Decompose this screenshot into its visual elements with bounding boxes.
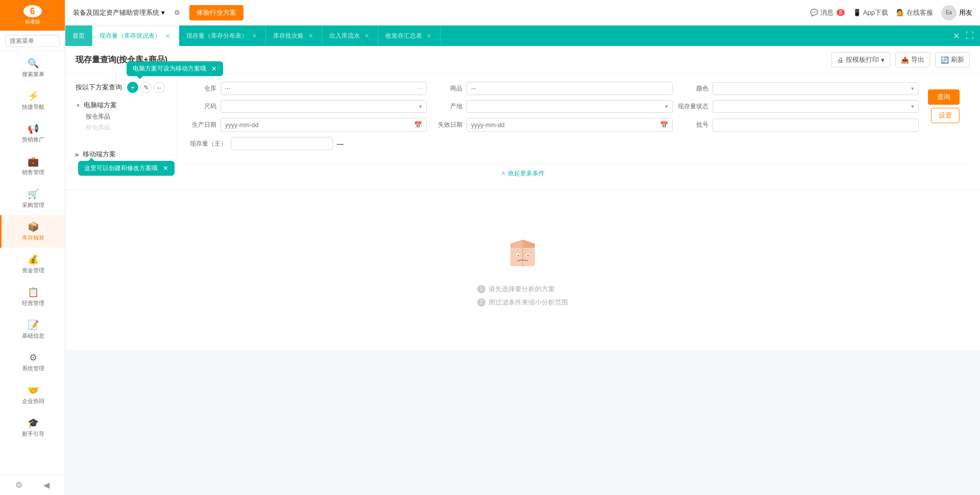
- add-scheme-btn[interactable]: +: [127, 82, 138, 93]
- empty-tips: 1 请先选择要分析的方案 2 用过滤条件来缩小分析范围: [477, 282, 568, 309]
- app-label: App下载: [863, 8, 888, 17]
- tab-inventory-status-close[interactable]: ✕: [164, 32, 172, 40]
- produce-date-calendar-icon[interactable]: 📅: [414, 121, 422, 129]
- filter-section: 按以下方案查询 + ✎ ← 电脑方案可设为移动方案哦 ✕: [65, 74, 980, 190]
- tooltip1-text: 电脑方案可设为移动方案哦: [133, 64, 206, 73]
- settings-icon[interactable]: ⚙: [15, 480, 22, 490]
- filter-label: 按以下方案查询: [76, 83, 122, 92]
- tab-collect-summary[interactable]: 收发存汇总表 ✕: [378, 26, 440, 46]
- search-input[interactable]: [5, 35, 60, 47]
- top-header-right: 💬 消息 8 📱 App下载 💁 在线客服 Ea 用友: [810, 5, 972, 20]
- stock-qty-separator: —: [337, 140, 344, 148]
- sidebar-item-sales[interactable]: 💼 销售管理: [0, 150, 65, 182]
- collapse-icon: ∧: [501, 170, 506, 177]
- tab-inventory-dist-close[interactable]: ✕: [251, 32, 258, 40]
- stock-status-select[interactable]: ▾: [713, 100, 919, 113]
- fullscreen-icon[interactable]: ⛶: [965, 30, 975, 41]
- sidebar-item-purchase[interactable]: 🛒 采购管理: [0, 182, 65, 215]
- sidebar-item-search[interactable]: 🔍 搜索菜单: [0, 52, 65, 84]
- back-scheme-btn[interactable]: ←: [154, 82, 165, 93]
- tab-inventory-status-label: 现存量（库存状况表）: [100, 32, 161, 40]
- blurred-scheme-label: 按仓库品: [86, 123, 110, 132]
- main-content: 装备及固定资产辅助管理系统 ▾ ⚙ 体验行业方案 💬 消息 8 📱 App下载 …: [65, 0, 980, 495]
- color-select[interactable]: ▾: [713, 82, 919, 95]
- tooltip1-close[interactable]: ✕: [211, 65, 217, 73]
- color-dropdown-icon: ▾: [911, 85, 914, 92]
- scheme-group-desktop: ▼ 电脑端方案 按仓库品 按仓库品: [76, 99, 171, 133]
- expire-date-field[interactable]: [471, 122, 658, 129]
- edit-scheme-btn[interactable]: ✎: [140, 82, 152, 93]
- origin-select[interactable]: ▾: [467, 100, 673, 113]
- tab-in-out-flow-close[interactable]: ✕: [363, 32, 371, 40]
- warehouse-select[interactable]: ··· ···: [220, 82, 427, 95]
- sidebar-item-guide[interactable]: 🎓 新手引导: [0, 411, 65, 444]
- empty-illustration: [497, 231, 548, 272]
- messages-action[interactable]: 💬 消息 8: [810, 8, 845, 17]
- sidebar-item-inventory[interactable]: 📦 库存核算: [0, 215, 65, 248]
- sidebar-item-finance[interactable]: 💰 资金管理: [0, 248, 65, 280]
- svg-point-7: [527, 255, 529, 256]
- tooltip2-close[interactable]: ✕: [163, 164, 168, 172]
- filter-top: 按以下方案查询 + ✎ ←: [76, 82, 171, 93]
- message-icon: 💬: [810, 9, 818, 16]
- empty-state: 1 请先选择要分析的方案 2 用过滤条件来缩小分析范围: [65, 191, 980, 350]
- expire-date-input[interactable]: 📅: [467, 118, 673, 132]
- tab-home[interactable]: 首页: [65, 26, 92, 46]
- sidebar-item-system[interactable]: ⚙ 系统管理: [0, 346, 65, 379]
- goods-select[interactable]: ···: [467, 82, 673, 95]
- user-avatar-btn[interactable]: Ea 用友: [941, 5, 972, 20]
- system-title-dropdown[interactable]: 装备及固定资产辅助管理系统 ▾: [73, 8, 165, 17]
- app-download-action[interactable]: 📱 App下载: [853, 8, 888, 17]
- close-all-tabs-icon[interactable]: ✕: [952, 30, 961, 42]
- sidebar-item-basic-info[interactable]: 📝 基础信息: [0, 313, 65, 346]
- print-label: 按模板打印: [846, 55, 879, 64]
- tab-inventory-status[interactable]: 现存量（库存状况表） ✕: [92, 26, 179, 46]
- produce-date-field[interactable]: [225, 122, 412, 129]
- sidebar-logo: 6 标准版: [0, 0, 65, 31]
- size-select[interactable]: ▾: [220, 100, 427, 113]
- tab-collect-summary-close[interactable]: ✕: [425, 32, 433, 40]
- sidebar-item-quick-nav[interactable]: ⚡ 快捷导航: [0, 84, 65, 117]
- print-dropdown-icon: ▾: [881, 56, 885, 64]
- sidebar-item-marketing[interactable]: 📢 营销推广: [0, 117, 65, 150]
- filter-row-3: 生产日期 📅 失效日期 📅: [186, 118, 919, 132]
- batch-input[interactable]: [713, 119, 919, 132]
- scheme-group-desktop-header[interactable]: ▼ 电脑端方案: [76, 99, 171, 111]
- purchase-icon: 🛒: [28, 188, 39, 200]
- expire-date-calendar-icon[interactable]: 📅: [660, 121, 668, 129]
- scheme-item-blurred[interactable]: 按仓库品: [86, 122, 171, 133]
- online-support-action[interactable]: 💁 在线客服: [896, 8, 933, 17]
- tab-inventory-dist-label: 现存量（库存分布表）: [186, 32, 248, 40]
- query-btns: 查询 设置: [928, 89, 960, 123]
- print-template-btn[interactable]: 🖨 按模板打印 ▾: [831, 52, 890, 67]
- tab-batch-ledger[interactable]: 库存批次账 ✕: [266, 26, 322, 46]
- experience-btn[interactable]: 体验行业方案: [189, 5, 243, 20]
- origin-label: 产地: [432, 102, 462, 111]
- gear-button[interactable]: ⚙: [170, 6, 184, 20]
- collapse-bar[interactable]: ∧ 收起更多条件: [76, 164, 970, 182]
- sidebar-item-cooperation[interactable]: 🤝 企业协同: [0, 379, 65, 411]
- size-dropdown-icon: ▾: [419, 103, 422, 110]
- export-btn[interactable]: 📤 导出: [895, 52, 930, 67]
- stock-status-dropdown-icon: ▾: [911, 103, 914, 110]
- warehouse-scheme-label: 按仓库品: [86, 112, 110, 121]
- scheme-item-warehouse[interactable]: 按仓库品: [86, 111, 171, 122]
- reset-btn[interactable]: 设置: [931, 108, 960, 123]
- refresh-btn[interactable]: 🔄 刷新: [935, 52, 970, 67]
- query-btn[interactable]: 查询: [928, 89, 960, 105]
- tip1-num: 1: [477, 285, 485, 293]
- sidebar-item-operation[interactable]: 📋 经营管理: [0, 280, 65, 313]
- stock-qty-min[interactable]: [231, 137, 333, 150]
- svg-marker-1: [510, 240, 523, 248]
- collapse-sidebar-icon[interactable]: ◀: [43, 480, 50, 490]
- sidebar-nav: 🔍 搜索菜单 ⚡ 快捷导航 📢 营销推广 💼 销售管理 🛒 采购管理 📦 库存核…: [0, 52, 65, 475]
- produce-date-input[interactable]: 📅: [220, 118, 427, 132]
- message-label: 消息: [820, 8, 834, 17]
- refresh-icon: 🔄: [941, 56, 949, 64]
- tab-batch-ledger-close[interactable]: ✕: [307, 32, 314, 40]
- tab-batch-ledger-label: 库存批次账: [273, 32, 304, 40]
- system-title: 装备及固定资产辅助管理系统: [73, 8, 159, 17]
- origin-dropdown-icon: ▾: [665, 103, 668, 110]
- tab-in-out-flow[interactable]: 出入库流水 ✕: [322, 26, 378, 46]
- tab-inventory-dist[interactable]: 现存量（库存分布表） ✕: [179, 26, 266, 46]
